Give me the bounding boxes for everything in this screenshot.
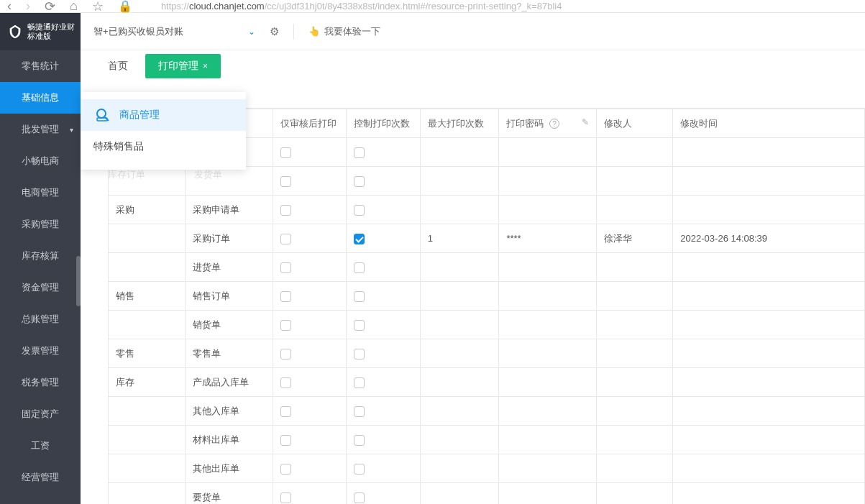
checkbox[interactable] <box>354 492 365 503</box>
cell-modifier: 徐泽华 <box>596 224 673 253</box>
cell-password[interactable] <box>499 397 596 426</box>
cell-max-count[interactable] <box>420 282 499 311</box>
sidebar-item[interactable]: 工资 <box>0 430 81 462</box>
forward-icon[interactable]: › <box>26 0 30 14</box>
cell-password[interactable] <box>499 167 596 196</box>
home-icon[interactable]: ⌂ <box>70 0 78 14</box>
cell-category: 销售 <box>109 282 186 311</box>
cell-password[interactable] <box>499 426 596 454</box>
sidebar-item[interactable]: 固定资产 <box>0 398 81 430</box>
tab[interactable]: 首页 <box>95 54 141 78</box>
close-icon[interactable]: × <box>203 61 208 71</box>
checkbox[interactable] <box>354 320 365 331</box>
sidebar-item[interactable]: 库存核算 <box>0 240 81 272</box>
checkbox[interactable] <box>354 147 365 158</box>
checkbox[interactable] <box>280 320 291 331</box>
cell-control-count <box>347 253 421 282</box>
help-icon[interactable]: ? <box>549 119 559 129</box>
cell-max-count[interactable] <box>420 138 499 167</box>
checkbox[interactable] <box>280 406 291 417</box>
refresh-icon[interactable]: ⟳ <box>45 0 55 14</box>
checkbox[interactable] <box>280 492 291 503</box>
account-dropdown[interactable]: 智+已购买收银员对账 ⌄ <box>93 25 255 38</box>
sidebar-item[interactable]: 发票管理 <box>0 335 81 367</box>
checkbox[interactable] <box>280 176 291 187</box>
cell-modifier <box>596 454 673 483</box>
cell-password[interactable] <box>499 339 596 368</box>
checkbox[interactable] <box>280 291 291 302</box>
edit-icon[interactable]: ✎ <box>582 117 589 127</box>
checkbox[interactable] <box>280 205 291 216</box>
chevron-down-icon: ⌄ <box>248 27 255 37</box>
cell-password[interactable] <box>499 454 596 483</box>
sidebar-item[interactable]: 批发管理▾ <box>0 114 81 145</box>
checkbox[interactable] <box>354 435 365 446</box>
checkbox[interactable] <box>354 262 365 273</box>
checkbox[interactable] <box>280 262 291 273</box>
checkbox[interactable] <box>354 377 365 388</box>
flyout-item[interactable]: 特殊销售品 <box>81 131 246 162</box>
checkbox[interactable] <box>280 377 291 388</box>
cell-max-count[interactable] <box>420 339 499 368</box>
cell-control-count <box>347 483 421 505</box>
sidebar-item[interactable]: 采购管理 <box>0 209 81 240</box>
checkbox[interactable] <box>354 349 365 359</box>
cell-password[interactable] <box>499 311 596 339</box>
account-dropdown-label: 智+已购买收银员对账 <box>93 25 183 38</box>
cell-max-count[interactable] <box>420 253 499 282</box>
checkbox[interactable] <box>280 234 291 244</box>
sidebar-item[interactable]: 税务管理 <box>0 367 81 398</box>
cell-max-count[interactable] <box>420 397 499 426</box>
try-experience-button[interactable]: 👆 我要体验一下 <box>308 25 380 38</box>
checkbox[interactable] <box>354 406 365 417</box>
cell-max-count[interactable]: 1 <box>420 224 499 253</box>
cell-control-count <box>347 368 421 397</box>
logo-icon <box>7 24 23 40</box>
cell-max-count[interactable] <box>420 483 499 505</box>
cell-audit-print <box>273 397 347 426</box>
sidebar-item[interactable]: 小畅电商 <box>0 145 81 177</box>
address-bar[interactable]: https://cloud.chanjet.com/cc/uj3df31hj0t… <box>161 1 562 12</box>
cell-password[interactable]: **** <box>499 224 596 253</box>
cell-max-count[interactable] <box>420 426 499 454</box>
back-icon[interactable]: ‹ <box>7 0 12 14</box>
tab-active[interactable]: 打印管理× <box>145 54 221 78</box>
cell-password[interactable] <box>499 196 596 224</box>
cell-audit-print <box>273 138 347 167</box>
svg-rect-2 <box>97 118 107 121</box>
cell-max-count[interactable] <box>420 196 499 224</box>
checkbox[interactable] <box>280 435 291 446</box>
cell-password[interactable] <box>499 368 596 397</box>
checkbox[interactable] <box>280 464 291 475</box>
star-icon[interactable]: ☆ <box>92 0 104 14</box>
table-row: 材料出库单 <box>109 426 865 454</box>
cell-password[interactable] <box>499 138 596 167</box>
checkbox[interactable] <box>280 147 291 158</box>
checkbox[interactable] <box>354 234 365 244</box>
cell-max-count[interactable] <box>420 368 499 397</box>
checkbox[interactable] <box>354 176 365 187</box>
brand-logo: 畅捷通好业财 标准版 <box>0 13 81 50</box>
sidebar-item[interactable]: 经营管理 <box>0 462 81 493</box>
cell-max-count[interactable] <box>420 311 499 339</box>
sidebar-item[interactable]: 资金管理 <box>0 272 81 303</box>
checkbox[interactable] <box>280 349 291 359</box>
cell-password[interactable] <box>499 282 596 311</box>
sidebar-item[interactable]: 电商管理 <box>0 177 81 209</box>
sidebar-item[interactable]: 总账管理 <box>0 303 81 335</box>
cell-audit-print <box>273 253 347 282</box>
checkbox[interactable] <box>354 464 365 475</box>
cell-password[interactable] <box>499 483 596 505</box>
checkbox[interactable] <box>354 291 365 302</box>
cell-max-count[interactable] <box>420 454 499 483</box>
sidebar-item[interactable]: 零售统计 <box>0 50 81 82</box>
checkbox[interactable] <box>354 205 365 216</box>
flyout-item[interactable]: 商品管理 <box>81 99 246 131</box>
gear-icon[interactable]: ⚙ <box>270 25 279 38</box>
sidebar-scrollbar[interactable] <box>76 256 81 306</box>
cell-category <box>109 483 186 505</box>
cell-max-count[interactable] <box>420 167 499 196</box>
sidebar-item[interactable]: 基础信息 <box>0 82 81 114</box>
cell-password[interactable] <box>499 253 596 282</box>
tabs-bar: 首页打印管理× <box>81 50 865 82</box>
